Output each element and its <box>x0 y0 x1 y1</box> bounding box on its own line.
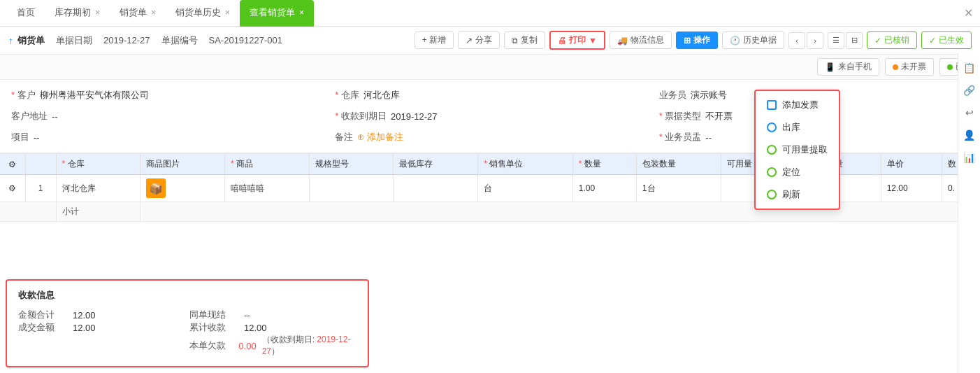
bottom-right-col: 同单现结 -- 累计收款 12.00 本单欠款 0.00 （收款到期日: 201… <box>189 309 356 358</box>
product-col-header: * 商品 <box>224 154 309 175</box>
share-icon: ↗ <box>466 36 473 45</box>
history-icon: 🕐 <box>730 36 740 45</box>
truck-icon: 🚚 <box>617 36 628 45</box>
row-sales-unit: 台 <box>478 175 573 202</box>
green-dot-icon <box>947 64 953 70</box>
tab-inventory-init-close[interactable]: × <box>95 8 100 17</box>
grid-icon: ⊞ <box>684 36 691 45</box>
add-invoice-menu-item[interactable]: 添加发票 <box>756 94 839 116</box>
doc-date-value: 2019-12-27 <box>103 35 150 45</box>
warehouse-col-header: * 仓库 <box>56 154 140 175</box>
plus-icon: ⊕ <box>357 132 364 142</box>
sales-unit-col-header: * 销售单位 <box>478 154 573 175</box>
print-button[interactable]: 🖨 打印 ▼ <box>549 31 605 50</box>
invoice-type-value: 不开票 <box>705 110 733 122</box>
window-close-button[interactable]: ✕ <box>964 6 973 20</box>
effective-button[interactable]: ✓ 已生效 <box>921 31 972 49</box>
row-model <box>309 175 394 202</box>
available-qty-menu-item[interactable]: 可用量提取 <box>756 139 839 161</box>
row-settings[interactable]: ⚙ <box>0 175 25 202</box>
same-order-row: 同单现结 -- <box>189 309 356 321</box>
add-remark-button[interactable]: ⊕ 添加备注 <box>357 131 403 143</box>
prev-button[interactable]: ‹ <box>788 32 805 49</box>
sidebar-icon-3[interactable]: ↩ <box>960 104 979 122</box>
available-qty-label: 可用量提取 <box>782 143 828 156</box>
customer-row: 客户 柳州粤港平安气体有限公司 <box>11 87 321 104</box>
due-date-value: 2019-12-27 <box>262 335 351 356</box>
tab-sales-order[interactable]: 销货单 × <box>110 0 166 27</box>
tab-view-sales-order[interactable]: 查看销货单 × <box>240 0 314 27</box>
next-button[interactable]: › <box>807 32 823 49</box>
payment-date-value: 2019-12-27 <box>391 111 438 122</box>
deal-amount-value: 12.00 <box>73 323 96 333</box>
doc-no-value: SA-20191227-001 <box>209 35 283 45</box>
view-buttons: ☰ ⊟ <box>828 32 863 49</box>
outstanding-value: 0.00 <box>238 341 256 351</box>
outbound-menu-item[interactable]: 出库 <box>756 116 839 139</box>
product-img-col-header: 商品图片 <box>140 154 225 175</box>
same-order-value: -- <box>244 310 250 321</box>
cumulative-receipt-value: 12.00 <box>244 323 267 333</box>
grid-view-button[interactable]: ⊟ <box>846 32 863 49</box>
min-stock-col-header: 最低库存 <box>394 154 478 175</box>
toolbar: ↑ 销货单 单据日期 2019-12-27 单据编号 SA-20191227-0… <box>0 27 980 55</box>
row-product: 嘻嘻嘻嘻 <box>224 175 309 202</box>
cumulative-receipt-label: 累计收款 <box>189 321 238 334</box>
payment-date-label: 收款到期日 <box>335 110 387 122</box>
salesperson-value: 演示账号 <box>691 89 727 101</box>
tab-inventory-init[interactable]: 库存期初 × <box>45 0 110 27</box>
sidebar-icon-1[interactable]: 📋 <box>960 59 979 77</box>
project-label: 项目 <box>11 131 29 143</box>
pack-qty-col-header: 包装数量 <box>636 154 721 175</box>
sidebar-icon-4[interactable]: 👤 <box>960 126 979 144</box>
doc-info: ↑ 销货单 单据日期 2019-12-27 单据编号 SA-20191227-0… <box>8 34 409 47</box>
customer-label: 客户 <box>11 89 36 101</box>
tab-view-sales-order-close[interactable]: × <box>299 8 304 17</box>
mobile-button[interactable]: 📱 来自手机 <box>817 58 879 76</box>
copy-button[interactable]: ⧉ 复制 <box>504 31 545 49</box>
total-amount-label: 金额合计 <box>18 309 67 321</box>
same-order-label: 同单现结 <box>189 309 238 321</box>
warehouse-value: 河北仓库 <box>363 89 400 101</box>
outstanding-label: 本单欠款 <box>189 339 233 352</box>
customer-value: 柳州粤港平安气体有限公司 <box>40 89 149 101</box>
tab-home[interactable]: 首页 <box>7 0 45 27</box>
mobile-icon: 📱 <box>825 62 835 72</box>
locate-menu-item[interactable]: 定位 <box>756 161 839 183</box>
bottom-info-title: 收款信息 <box>18 289 356 302</box>
payment-date-row: 收款到期日 2019-12-27 <box>335 108 644 125</box>
history-button[interactable]: 🕐 历史单据 <box>722 31 784 49</box>
row-warehouse: 河北仓库 <box>56 175 140 202</box>
main-content: ↑ 销货单 单据日期 2019-12-27 单据编号 SA-20191227-0… <box>0 27 980 373</box>
check-icon: ✓ <box>874 36 881 45</box>
refresh-menu-item[interactable]: 刷新 <box>756 183 839 206</box>
add-invoice-label: 添加发票 <box>782 99 819 111</box>
doc-title: 销货单 <box>17 34 45 47</box>
product-image: 📦 <box>146 178 166 198</box>
settings-col-header: ⚙ <box>0 154 25 175</box>
sidebar-icon-2[interactable]: 🔗 <box>960 81 979 99</box>
bottom-info-panel: 收款信息 金额合计 12.00 成交金额 12.00 同单现结 -- <box>6 279 369 367</box>
row-seq: 1 <box>25 175 56 202</box>
deal-amount-label: 成交金额 <box>18 321 67 334</box>
quantity-col-header: * 数量 <box>572 154 636 175</box>
tab-sales-order-close[interactable]: × <box>151 8 156 17</box>
not-opened-button[interactable]: 未开票 <box>885 58 934 76</box>
operate-button[interactable]: ⊞ 操作 <box>676 31 718 49</box>
tab-sales-order-history[interactable]: 销货单历史 × <box>166 0 240 27</box>
tab-sales-order-history-close[interactable]: × <box>225 8 230 17</box>
logistics-button[interactable]: 🚚 物流信息 <box>610 31 672 49</box>
new-button[interactable]: + 新增 <box>415 31 454 49</box>
deal-amount-row: 成交金额 12.00 <box>18 321 185 334</box>
sidebar-icon-5[interactable]: 📊 <box>960 148 979 167</box>
subtotal-spacer <box>140 202 980 222</box>
share-button[interactable]: ↗ 分享 <box>458 31 500 49</box>
refresh-label: 刷新 <box>782 188 800 201</box>
copy-icon: ⧉ <box>512 36 518 45</box>
cancelled-button[interactable]: ✓ 已核销 <box>867 31 917 49</box>
warehouse-row: 仓库 河北仓库 <box>335 87 644 104</box>
list-view-button[interactable]: ☰ <box>828 32 844 49</box>
subtotal-cell: 小计 <box>56 202 140 222</box>
total-amount-value: 12.00 <box>73 310 96 321</box>
remarks-row: 备注 ⊕ 添加备注 <box>335 129 644 146</box>
